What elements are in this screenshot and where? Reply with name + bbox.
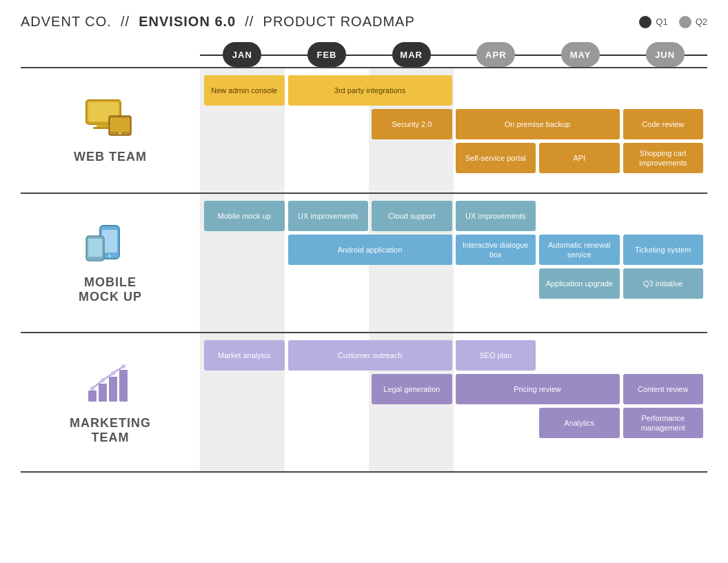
svg-point-6 [119,132,121,135]
marketing-section: MARKETINGTEAM Market analysis Customer o… [21,332,707,473]
svg-rect-15 [119,370,128,402]
card-3rd-party[interactable]: 3rd party integrations [288,75,452,106]
card-mobile-mockup[interactable]: Mobile mock up [204,201,285,231]
q2-label: Q2 [696,17,707,27]
card-legal-generation[interactable]: Legal generation [372,374,452,404]
svg-rect-12 [88,391,97,402]
card-interactive-dialogue[interactable]: Interactive dialogue box [456,235,536,265]
mobile-team-icon [83,222,138,270]
mobile-team-name: MOBILEMOCK UP [79,275,142,304]
web-team-icon [83,97,138,144]
card-app-upgrade[interactable]: Application upgrade [539,268,620,299]
card-security-20[interactable]: Security 2.0 [372,109,452,139]
card-auto-renewal[interactable]: Automatic renewal service [539,235,620,265]
card-android-app[interactable]: Android application [288,235,452,265]
q1-dot [639,16,651,28]
card-customer-outreach[interactable]: Customer outreach [288,340,452,371]
q2-dot [679,16,691,28]
card-q3-initiative[interactable]: Q3 initiative [623,268,704,299]
mobile-team-label: MOBILEMOCK UP [21,194,200,332]
svg-rect-14 [109,377,117,402]
card-new-admin-console[interactable]: New admin console [204,75,285,106]
month-feb: FEB [285,42,370,67]
web-team-section: WEB TEAM New admin console 3rd party int… [21,67,707,192]
q1-label: Q1 [656,17,667,27]
svg-point-9 [108,255,111,257]
card-content-review[interactable]: Content review [623,374,704,404]
web-team-name: WEB TEAM [74,150,147,164]
mobile-section: MOBILEMOCK UP Mobile mock up UX improvem… [21,192,707,332]
card-code-review[interactable]: Code review [623,109,704,139]
month-jan: JAN [200,42,285,67]
svg-point-19 [121,364,125,368]
card-market-analysis[interactable]: Market analysis [204,340,285,371]
month-mar: MAR [369,42,454,67]
card-api[interactable]: API [539,143,620,173]
marketing-team-label: MARKETINGTEAM [21,333,200,471]
header: ADVENT CO. // ENVISION 6.0 // PRODUCT RO… [21,14,707,30]
company-name: ADVENT CO. [21,14,112,29]
card-ux-improvements-2[interactable]: UX improvements [456,201,536,231]
card-pricing-review[interactable]: Pricing review [456,374,620,404]
product-name: ENVISION 6.0 [139,14,236,29]
month-jun: JUN [623,42,707,67]
svg-point-16 [90,386,94,391]
svg-rect-13 [99,384,107,402]
card-performance-mgmt[interactable]: Performance management [623,408,704,438]
card-cloud-support[interactable]: Cloud support [372,201,452,231]
page-title: ADVENT CO. // ENVISION 6.0 // PRODUCT RO… [21,14,415,30]
card-analytics[interactable]: Analytics [539,408,620,438]
card-on-premise[interactable]: On premise backup [456,109,620,139]
card-self-service[interactable]: Self-service portal [456,143,536,173]
legend-q1: Q1 [639,16,667,28]
card-seo-plan[interactable]: SEO plan [456,340,536,371]
page: ADVENT CO. // ENVISION 6.0 // PRODUCT RO… [0,0,728,563]
marketing-team-name: MARKETINGTEAM [70,416,151,445]
card-shopping-cart[interactable]: Shopping cart improvements [623,143,704,173]
legend-q2: Q2 [679,16,707,28]
marketing-team-icon [83,359,138,411]
month-may: MAY [538,42,623,67]
svg-point-18 [111,371,115,375]
card-ticketing[interactable]: Ticketing system [623,235,704,265]
web-team-label: WEB TEAM [21,68,200,192]
roadmap-label: PRODUCT ROADMAP [263,14,415,29]
svg-rect-11 [88,239,102,257]
legend: Q1 Q2 [639,16,707,28]
month-apr: APR [454,42,538,67]
svg-rect-5 [110,118,130,132]
svg-point-17 [101,378,105,382]
card-ux-improvements-1[interactable]: UX improvements [288,201,369,231]
